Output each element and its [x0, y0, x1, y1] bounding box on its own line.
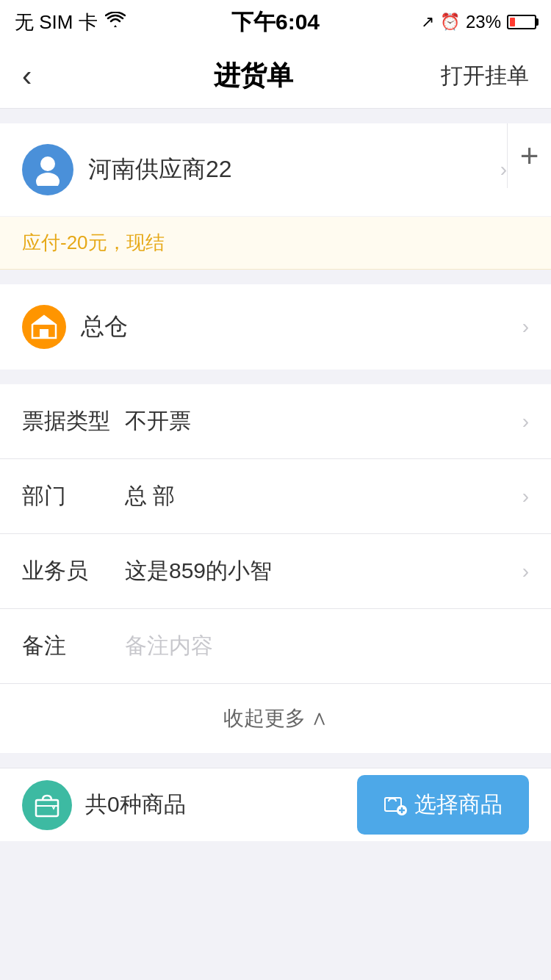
house-icon	[31, 314, 57, 339]
salesman-row[interactable]: 业务员 这是859的小智 ›	[0, 534, 551, 609]
notice-bar: 应付-20元，现结	[0, 217, 551, 270]
supplier-avatar	[22, 144, 73, 195]
warehouse-name: 总仓	[81, 311, 522, 343]
collapse-label: 收起更多 ∧	[223, 705, 328, 732]
select-product-button[interactable]: 选择商品	[357, 775, 529, 835]
page-title: 进货单	[214, 58, 293, 94]
status-left: 无 SIM 卡	[15, 10, 126, 35]
svg-point-1	[36, 173, 60, 186]
remark-row[interactable]: 备注 备注内容	[0, 609, 551, 683]
svg-point-0	[40, 156, 55, 171]
alarm-icon: ⏰	[440, 12, 460, 32]
svg-marker-4	[32, 316, 56, 325]
product-icon	[22, 780, 72, 830]
warehouse-card: 总仓 ›	[0, 284, 551, 370]
back-button[interactable]: ‹	[22, 60, 66, 93]
person-icon	[32, 154, 64, 186]
status-right: ↗ ⏰ 23%	[421, 12, 536, 32]
salesman-arrow-icon: ›	[522, 560, 529, 583]
dept-value: 总 部	[125, 481, 522, 511]
svg-rect-3	[40, 329, 48, 338]
battery-icon	[507, 15, 536, 29]
form-section: 票据类型 不开票 › 部门 总 部 › 业务员 这是859的小智 › 备注 备注…	[0, 384, 551, 753]
remark-label: 备注	[22, 631, 118, 661]
add-supplier-button[interactable]: +	[507, 123, 551, 188]
dept-label: 部门	[22, 481, 118, 511]
salesman-value: 这是859的小智	[125, 556, 522, 586]
invoice-label: 票据类型	[22, 406, 118, 436]
select-product-label: 选择商品	[414, 790, 503, 820]
gap-1	[0, 109, 551, 123]
dept-row[interactable]: 部门 总 部 ›	[0, 459, 551, 534]
select-product-icon	[383, 795, 407, 815]
invoice-type-row[interactable]: 票据类型 不开票 ›	[0, 384, 551, 459]
status-bar: 无 SIM 卡 下午6:04 ↗ ⏰ 23%	[0, 0, 551, 44]
invoice-arrow-icon: ›	[522, 410, 529, 433]
warehouse-arrow-icon: ›	[522, 315, 529, 339]
salesman-label: 业务员	[22, 556, 118, 586]
background-fill	[0, 841, 551, 980]
product-count-label: 共0种商品	[85, 790, 357, 820]
invoice-value: 不开票	[125, 406, 522, 436]
gap-4	[0, 753, 551, 768]
gap-2	[0, 270, 551, 284]
supplier-arrow-icon: ›	[500, 158, 507, 181]
supplier-row[interactable]: 河南供应商22 › +	[0, 123, 551, 217]
collapse-button[interactable]: 收起更多 ∧	[0, 683, 551, 753]
supplier-name: 河南供应商22	[88, 154, 500, 186]
location-icon: ↗	[421, 12, 434, 32]
open-pending-button[interactable]: 打开挂单	[441, 61, 529, 91]
warehouse-row[interactable]: 总仓 ›	[0, 284, 551, 370]
carrier-label: 无 SIM 卡	[15, 10, 98, 35]
shopping-bag-icon	[33, 793, 61, 818]
nav-bar: ‹ 进货单 打开挂单	[0, 44, 551, 109]
gap-3	[0, 370, 551, 384]
warehouse-icon	[22, 305, 66, 349]
battery-percent: 23%	[466, 12, 501, 32]
status-time: 下午6:04	[231, 7, 320, 37]
remark-input[interactable]: 备注内容	[125, 631, 529, 661]
wifi-icon	[105, 12, 126, 32]
supplier-card: 河南供应商22 › + 应付-20元，现结	[0, 123, 551, 270]
notice-text: 应付-20元，现结	[22, 231, 165, 253]
svg-rect-5	[36, 800, 58, 816]
product-bar: 共0种商品 选择商品	[0, 768, 551, 841]
dept-arrow-icon: ›	[522, 485, 529, 508]
